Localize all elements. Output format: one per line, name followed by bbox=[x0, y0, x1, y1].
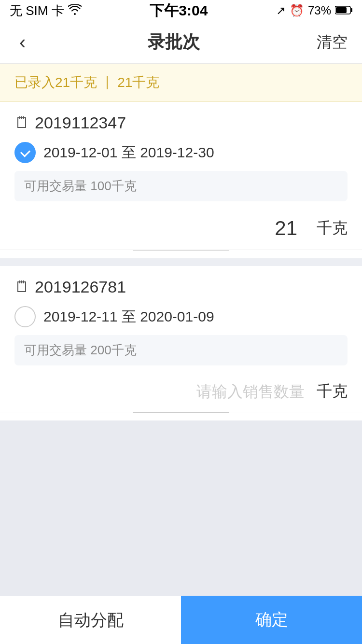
confirm-button[interactable]: 确定 bbox=[181, 596, 362, 644]
batch-id-2: 2019126781 bbox=[35, 278, 126, 296]
quantity-unit-2: 千克 bbox=[317, 381, 348, 402]
status-left: 无 SIM 卡 bbox=[10, 2, 82, 19]
batch-available-2: 可用交易量 200千克 bbox=[14, 335, 348, 365]
nav-bar: ‹ 录批次 清空 bbox=[0, 21, 362, 64]
batch-radio-2[interactable] bbox=[14, 306, 36, 327]
clear-button[interactable]: 清空 bbox=[317, 32, 348, 53]
bottom-bar: 自动分配 确定 bbox=[0, 596, 362, 644]
battery-text: 73% bbox=[308, 4, 331, 17]
batch-radio-1[interactable] bbox=[14, 142, 36, 163]
batch-icon-2: 🗒 bbox=[14, 278, 30, 296]
quantity-input-2[interactable] bbox=[167, 383, 312, 401]
alarm-icon: ⏰ bbox=[290, 4, 304, 17]
bottom-spacer bbox=[0, 420, 362, 604]
batch-date-row-1: 2019-12-01 至 2019-12-30 bbox=[0, 137, 362, 168]
batch-id-1: 2019112347 bbox=[35, 113, 126, 132]
svg-rect-2 bbox=[336, 7, 347, 13]
location-icon: ↗ bbox=[276, 4, 286, 17]
svg-rect-1 bbox=[351, 8, 352, 12]
batch-item-1: 🗒 2019112347 2019-12-01 至 2019-12-30 可用交… bbox=[0, 102, 362, 258]
auto-distribute-button[interactable]: 自动分配 bbox=[0, 596, 181, 644]
batch-header-1: 🗒 2019112347 bbox=[0, 102, 362, 137]
wifi-icon bbox=[68, 3, 82, 18]
quantity-underline-1 bbox=[133, 250, 229, 251]
batch-icon-1: 🗒 bbox=[14, 114, 30, 132]
summary-divider bbox=[107, 76, 108, 89]
quantity-value-1: 21 bbox=[275, 217, 297, 240]
back-button[interactable]: ‹ bbox=[14, 27, 30, 58]
quantity-unit-1: 千克 bbox=[317, 218, 348, 239]
batch-date-2: 2019-12-11 至 2020-01-09 bbox=[43, 307, 214, 327]
quantity-underline-2 bbox=[133, 412, 229, 413]
battery-icon bbox=[335, 4, 352, 17]
batch-header-2: 🗒 2019126781 bbox=[0, 266, 362, 301]
quantity-input-row-2: 千克 bbox=[0, 373, 362, 412]
status-bar: 无 SIM 卡 下午3:04 ↗ ⏰ 73% bbox=[0, 0, 362, 21]
batch-available-1: 可用交易量 100千克 bbox=[14, 171, 348, 201]
quantity-row-1: 21 千克 bbox=[0, 209, 362, 250]
section-separator bbox=[0, 258, 362, 266]
batch-date-1: 2019-12-01 至 2019-12-30 bbox=[43, 143, 214, 163]
batch-date-row-2: 2019-12-11 至 2020-01-09 bbox=[0, 301, 362, 332]
summary-value: 21千克 bbox=[117, 73, 159, 92]
no-sim-text: 无 SIM 卡 bbox=[10, 2, 64, 19]
page-title: 录批次 bbox=[148, 30, 200, 54]
summary-recorded-label: 已录入21千克 bbox=[14, 73, 97, 92]
batch-item-2: 🗒 2019126781 2019-12-11 至 2020-01-09 可用交… bbox=[0, 266, 362, 420]
status-time: 下午3:04 bbox=[150, 1, 208, 21]
status-right: ↗ ⏰ 73% bbox=[276, 4, 352, 17]
summary-bar: 已录入21千克 21千克 bbox=[0, 64, 362, 102]
